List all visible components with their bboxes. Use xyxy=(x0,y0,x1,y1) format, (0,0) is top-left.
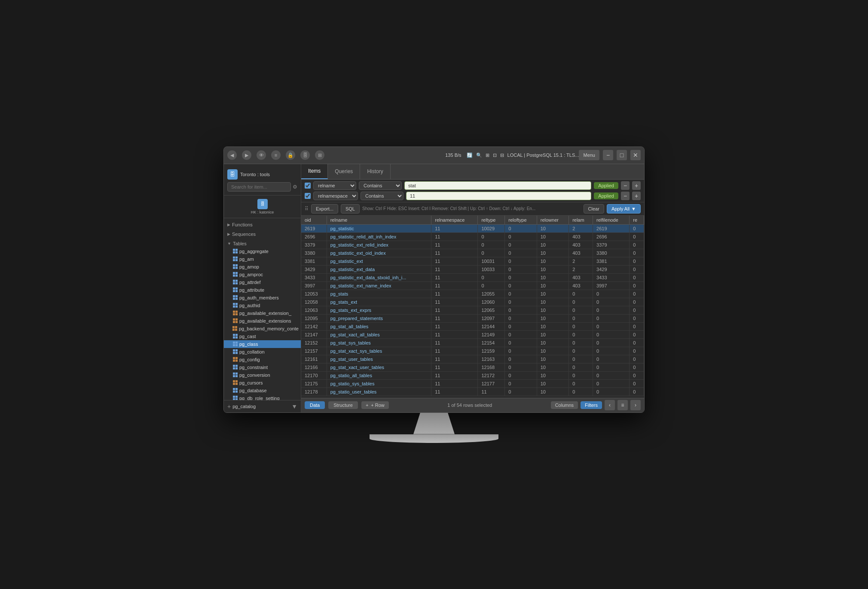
col-header-relnamespace[interactable]: relnamespace xyxy=(431,216,478,225)
cell-relam[interactable]: 0 xyxy=(569,388,593,396)
sidebar-item-pg_attrdef[interactable]: pg_attrdef xyxy=(224,278,301,286)
cell-relfilenode[interactable]: 0 xyxy=(593,347,630,355)
cell-relname[interactable]: pg_stats_ext_exprs xyxy=(327,306,431,314)
columns-button[interactable]: Columns xyxy=(551,401,578,409)
cell-reltype[interactable]: 12149 xyxy=(478,330,505,339)
cell-reloftype[interactable]: 0 xyxy=(505,281,537,290)
sidebar-item-pg_amproc[interactable]: pg_amproc xyxy=(224,271,301,278)
table-row[interactable]: 12058 pg_stats_ext 11 12060 0 10 0 0 0 xyxy=(301,298,644,306)
cell-reloftype[interactable]: 0 xyxy=(505,330,537,339)
cell-relnamespace[interactable]: 11 xyxy=(431,306,478,314)
cell-relname[interactable]: pg_statio_all_tables xyxy=(327,371,431,379)
data-table-container[interactable]: oid relname relnamespace reltype relofty… xyxy=(301,216,644,398)
cell-relname[interactable]: pg_stat_all_tables xyxy=(327,322,431,330)
cell-relnamespace[interactable]: 11 xyxy=(431,241,478,249)
cell-relowner[interactable]: 10 xyxy=(537,232,568,241)
cell-re[interactable]: 0 xyxy=(630,330,644,339)
table-row[interactable]: 12161 pg_stat_user_tables 11 12163 0 10 … xyxy=(301,355,644,363)
cell-relam[interactable]: 403 xyxy=(569,232,593,241)
sidebar-item-pg_class[interactable]: pg_class xyxy=(224,340,301,348)
cell-relam[interactable]: 2 xyxy=(569,265,593,273)
sidebar-item-pg_available_extension_[interactable]: pg_available_extension_ xyxy=(224,309,301,317)
connection-toronto[interactable]: 🗄 Toronto : tools xyxy=(227,168,297,182)
minimize-button[interactable]: − xyxy=(603,150,613,160)
sidebar-item-pg_database[interactable]: pg_database xyxy=(224,387,301,394)
apply-all-button[interactable]: Apply All ▼ xyxy=(607,204,641,214)
cell-oid[interactable]: 2619 xyxy=(301,224,327,232)
cell-relam[interactable]: 0 xyxy=(569,379,593,388)
cell-reltype[interactable]: 12177 xyxy=(478,379,505,388)
cell-relam[interactable]: 0 xyxy=(569,306,593,314)
table-row[interactable]: 12157 pg_stat_xact_sys_tables 11 12159 0… xyxy=(301,347,644,355)
search-input[interactable] xyxy=(227,182,291,192)
cell-relowner[interactable]: 10 xyxy=(537,273,568,281)
title-bar-icon-search[interactable]: 🔍 xyxy=(476,153,482,158)
cell-re[interactable]: 0 xyxy=(630,265,644,273)
col-header-relname[interactable]: relname xyxy=(327,216,431,225)
cell-relfilenode[interactable]: 2696 xyxy=(593,232,630,241)
cell-reloftype[interactable]: 0 xyxy=(505,306,537,314)
cell-re[interactable]: 0 xyxy=(630,355,644,363)
cell-relowner[interactable]: 10 xyxy=(537,322,568,330)
cell-relname[interactable]: pg_stat_xact_sys_tables xyxy=(327,347,431,355)
cell-reltype[interactable]: 12097 xyxy=(478,314,505,322)
cell-reloftype[interactable]: 0 xyxy=(505,322,537,330)
cell-re[interactable]: 0 xyxy=(630,363,644,371)
cell-relowner[interactable]: 10 xyxy=(537,281,568,290)
table-row[interactable]: 12095 pg_prepared_statements 11 12097 0 … xyxy=(301,314,644,322)
cell-reltype[interactable]: 12055 xyxy=(478,290,505,298)
cell-reltype[interactable]: 12065 xyxy=(478,306,505,314)
sidebar-item-pg_authid[interactable]: pg_authid xyxy=(224,302,301,309)
title-bar-icon-refresh[interactable]: 🔄 xyxy=(467,153,473,158)
cell-oid[interactable]: 12058 xyxy=(301,298,327,306)
cell-relowner[interactable]: 10 xyxy=(537,347,568,355)
cell-oid[interactable]: 3997 xyxy=(301,281,327,290)
table-row[interactable]: 12142 pg_stat_all_tables 11 12144 0 10 0… xyxy=(301,322,644,330)
cell-oid[interactable]: 12053 xyxy=(301,290,327,298)
cell-relfilenode[interactable]: 3379 xyxy=(593,241,630,249)
cell-relfilenode[interactable]: 0 xyxy=(593,379,630,388)
cell-relnamespace[interactable]: 11 xyxy=(431,388,478,396)
cell-relname[interactable]: pg_statistic_ext_oid_index xyxy=(327,249,431,257)
sequences-header[interactable]: ▶ Sequences xyxy=(224,230,301,238)
table-row[interactable]: 12166 pg_stat_xact_user_tables 11 12168 … xyxy=(301,363,644,371)
cell-reloftype[interactable]: 0 xyxy=(505,249,537,257)
cell-relname[interactable]: pg_statistic_relid_att_inh_index xyxy=(327,232,431,241)
cell-relfilenode[interactable]: 3381 xyxy=(593,257,630,265)
maximize-button[interactable]: □ xyxy=(617,150,627,160)
cell-reloftype[interactable]: 0 xyxy=(505,379,537,388)
cell-relfilenode[interactable]: 0 xyxy=(593,306,630,314)
cell-relname[interactable]: pg_stat_user_tables xyxy=(327,355,431,363)
cell-relowner[interactable]: 10 xyxy=(537,388,568,396)
col-header-re[interactable]: re xyxy=(630,216,644,225)
cell-oid[interactable]: 12178 xyxy=(301,388,327,396)
cell-oid[interactable]: 12147 xyxy=(301,330,327,339)
cell-relam[interactable]: 0 xyxy=(569,363,593,371)
add-schema-button[interactable]: + xyxy=(227,403,231,410)
filter1-value[interactable] xyxy=(404,181,591,190)
cell-relowner[interactable]: 10 xyxy=(537,314,568,322)
table-row[interactable]: 3433 pg_statistic_ext_data_stxoid_inh_i.… xyxy=(301,273,644,281)
cell-reloftype[interactable]: 0 xyxy=(505,355,537,363)
cell-relnamespace[interactable]: 11 xyxy=(431,281,478,290)
cell-relnamespace[interactable]: 11 xyxy=(431,322,478,330)
cell-relnamespace[interactable]: 11 xyxy=(431,290,478,298)
cell-relfilenode[interactable]: 0 xyxy=(593,388,630,396)
cell-relname[interactable]: pg_prepared_statements xyxy=(327,314,431,322)
cell-relfilenode[interactable]: 3997 xyxy=(593,281,630,290)
cell-relam[interactable]: 0 xyxy=(569,347,593,355)
prev-page-button[interactable]: ‹ xyxy=(605,400,615,410)
filter1-checkbox[interactable] xyxy=(305,183,311,189)
table-row[interactable]: 12147 pg_stat_xact_all_tables 11 12149 0… xyxy=(301,330,644,339)
cell-relnamespace[interactable]: 11 xyxy=(431,257,478,265)
export-button[interactable]: Export... xyxy=(311,204,338,214)
cell-re[interactable]: 0 xyxy=(630,290,644,298)
cell-relfilenode[interactable]: 0 xyxy=(593,355,630,363)
list-icon[interactable]: ≡ xyxy=(271,150,281,160)
nav-forward-icon[interactable]: ▶ xyxy=(242,150,251,160)
cell-relam[interactable]: 403 xyxy=(569,249,593,257)
cell-relname[interactable]: pg_statistic_ext_name_index xyxy=(327,281,431,290)
cell-oid[interactable]: 12170 xyxy=(301,371,327,379)
structure-tab[interactable]: Structure xyxy=(328,401,358,409)
table-row[interactable]: 12063 pg_stats_ext_exprs 11 12065 0 10 0… xyxy=(301,306,644,314)
